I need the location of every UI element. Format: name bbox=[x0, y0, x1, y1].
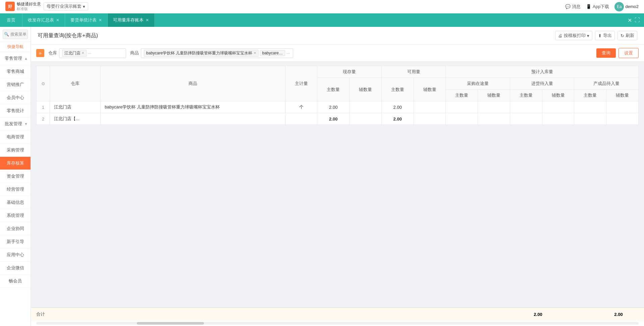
col-product-header: 商品 bbox=[100, 66, 285, 101]
sidebar-item-finance-mgmt[interactable]: 资金管理 bbox=[0, 170, 31, 183]
main-layout: 🔍 搜索菜单 快捷导航 零售管理 ▲ 零售商城 营销推广 会员中心 零售统计 批… bbox=[0, 27, 644, 326]
col-unit-header: 主计量 bbox=[285, 66, 317, 101]
sidebar-item-retail-mall[interactable]: 零售商城 bbox=[0, 65, 31, 78]
industry-label: 母婴行业演示账套 bbox=[47, 3, 82, 9]
warehouse-tag-text: 江北门店 bbox=[64, 50, 80, 56]
col-incoming-group-header: 预计入库量 bbox=[446, 66, 639, 78]
message-label: 消息 bbox=[572, 4, 581, 10]
row-2-warehouse: 江北门店【... bbox=[50, 113, 101, 125]
scrollbar-area bbox=[31, 321, 644, 326]
row-1-inbound-aux bbox=[542, 101, 574, 113]
tab-order-stats-close[interactable]: ✕ bbox=[99, 18, 102, 22]
col-inbound-aux-header: 辅数量 bbox=[542, 90, 574, 101]
top-bar: 好 畅捷通好生意 标准版 母婴行业演示账套 ▾ 💬 消息 📱 App下载 Ea … bbox=[0, 0, 644, 13]
sidebar-item-marketing[interactable]: 营销推广 bbox=[0, 78, 31, 91]
sidebar-item-retail-stats[interactable]: 零售统计 bbox=[0, 104, 31, 118]
row-1-inbound-main bbox=[510, 101, 542, 113]
warehouse-filter-more[interactable]: ··· bbox=[88, 51, 92, 56]
tab-home[interactable]: 首页 bbox=[0, 13, 22, 27]
message-action[interactable]: 💬 消息 bbox=[565, 4, 581, 10]
nav-close-all-icon[interactable]: ✕ bbox=[628, 17, 632, 24]
row-1-purchase-main bbox=[446, 101, 478, 113]
sidebar-item-enterprise-wechat[interactable]: 企业微信 bbox=[0, 262, 31, 275]
export-label: 导出 bbox=[603, 33, 612, 39]
row-1-num: 1 bbox=[37, 101, 50, 113]
print-button[interactable]: 🖨 按模板打印 ▾ bbox=[555, 31, 592, 40]
sidebar-item-wholesale-mgmt[interactable]: 批发管理 ▼ bbox=[0, 118, 31, 131]
query-button[interactable]: 查询 bbox=[596, 48, 616, 58]
refresh-icon: ↻ bbox=[621, 33, 624, 38]
sidebar-item-retail-mgmt[interactable]: 零售管理 ▲ bbox=[0, 52, 31, 65]
sidebar-item-system-mgmt-label: 系统管理 bbox=[3, 213, 28, 219]
table-footer: 合计 2.00 2.00 bbox=[31, 307, 644, 321]
product-tag-1-remove[interactable]: × bbox=[254, 51, 256, 55]
sidebar-item-enterprise-collab-label: 企业协同 bbox=[3, 226, 28, 232]
print-label: 按模板打印 bbox=[564, 33, 586, 39]
warehouse-tag-remove[interactable]: × bbox=[82, 51, 84, 55]
tab-order-stats[interactable]: 要货单统计表 ✕ bbox=[65, 13, 108, 27]
export-button[interactable]: ⬆ 导出 bbox=[595, 31, 615, 40]
sidebar-search: 🔍 搜索菜单 bbox=[0, 27, 31, 42]
nav-tab-actions: ✕ ⛶ bbox=[628, 17, 644, 24]
sidebar-item-retail-mgmt-label: 零售管理 bbox=[3, 55, 24, 61]
tab-order-stats-label: 要货单统计表 bbox=[70, 17, 97, 23]
sidebar-item-member-center[interactable]: 会员中心 bbox=[0, 91, 31, 104]
refresh-label: 刷新 bbox=[626, 33, 634, 39]
row-2-purchase-aux bbox=[478, 113, 510, 125]
warehouse-tag: 江北门店 × bbox=[62, 50, 87, 57]
product-filter-group: 商品 babycare学饮杯 儿童防摔防撞吸管杯重力球吸嘴杯宝宝水杯 × bab… bbox=[130, 48, 293, 58]
sidebar-item-app-center[interactable]: 应用中心 bbox=[0, 248, 31, 262]
tab-receipt-summary-label: 收发存汇总表 bbox=[28, 17, 54, 23]
row-1-avail-main: 2.00 bbox=[381, 101, 414, 113]
horizontal-scrollbar[interactable] bbox=[36, 322, 639, 325]
col-avail-main-header: 主数量 bbox=[381, 78, 414, 101]
search-icon: 🔍 bbox=[4, 32, 9, 37]
product-tag-1: babycare学饮杯 儿童防摔防撞吸管杯重力球吸嘴杯宝宝水杯 × bbox=[144, 50, 259, 57]
user-info[interactable]: Ea demo2 bbox=[614, 2, 639, 11]
industry-selector[interactable]: 母婴行业演示账套 ▾ bbox=[44, 2, 88, 10]
col-inbound-main-header: 主数量 bbox=[510, 90, 542, 101]
tab-receipt-summary[interactable]: 收发存汇总表 ✕ bbox=[22, 13, 65, 27]
tab-receipt-summary-close[interactable]: ✕ bbox=[56, 18, 59, 22]
sidebar-item-inventory-check-label: 库存核算 bbox=[3, 160, 28, 166]
sidebar-item-purchase-mgmt[interactable]: 采购管理 bbox=[0, 144, 31, 157]
scrollbar-thumb[interactable] bbox=[137, 322, 204, 325]
footer-stock-main: 2.00 bbox=[518, 312, 558, 317]
warehouse-filter-label: 仓库 bbox=[48, 50, 57, 56]
product-filter-more[interactable]: ··· bbox=[286, 51, 290, 56]
warehouse-filter-group: 仓库 江北门店 × ··· bbox=[48, 48, 126, 58]
tab-available-stock[interactable]: 可用量库存账本 ✕ bbox=[108, 13, 155, 27]
sidebar-item-ecommerce-mgmt[interactable]: 电商管理 bbox=[0, 131, 31, 144]
sidebar-item-basic-info[interactable]: 基础信息 bbox=[0, 196, 31, 209]
col-product-main-header: 主数量 bbox=[574, 90, 606, 101]
sidebar-item-operation-mgmt[interactable]: 经营管理 bbox=[0, 183, 31, 196]
quick-nav-button[interactable]: 快捷导航 bbox=[0, 42, 31, 52]
row-2-product-aux bbox=[606, 113, 639, 125]
column-settings-icon[interactable]: ⚙ bbox=[41, 81, 45, 86]
settings-button[interactable]: 设置 bbox=[619, 48, 639, 58]
row-2-unit bbox=[285, 113, 317, 125]
product-tag-container[interactable]: babycare学饮杯 儿童防摔防撞吸管杯重力球吸嘴杯宝宝水杯 × babyca… bbox=[141, 48, 293, 58]
export-icon: ⬆ bbox=[598, 33, 602, 38]
logo-text-container: 畅捷通好生意 标准版 bbox=[17, 2, 41, 11]
sidebar-item-new-guide[interactable]: 新手引导 bbox=[0, 235, 31, 248]
row-1-product: babycare学饮杯 儿童防摔防撞吸管杯重力球吸嘴杯宝宝水杯 bbox=[100, 101, 285, 113]
footer-avail-main: 2.00 bbox=[598, 312, 639, 317]
sidebar-item-inventory-check[interactable]: 库存核算 bbox=[0, 157, 31, 170]
nav-expand-icon[interactable]: ⛶ bbox=[635, 17, 640, 23]
page-header: 可用量查询(按仓库+商品) 🖨 按模板打印 ▾ ⬆ 导出 ↻ 刷新 bbox=[31, 27, 644, 45]
username: demo2 bbox=[625, 4, 639, 9]
page-title: 可用量查询(按仓库+商品) bbox=[38, 32, 98, 39]
sidebar-item-member-vip[interactable]: 畅会员 bbox=[0, 275, 31, 288]
filter-toggle-button[interactable]: » bbox=[36, 49, 44, 57]
search-button[interactable]: 🔍 搜索菜单 bbox=[3, 30, 28, 39]
nav-tabs: 首页 收发存汇总表 ✕ 要货单统计表 ✕ 可用量库存账本 ✕ ✕ ⛶ bbox=[0, 13, 644, 27]
tab-available-stock-close[interactable]: ✕ bbox=[146, 18, 149, 22]
table-row: 2 江北门店【... 2.00 2.00 bbox=[37, 113, 639, 125]
sidebar-item-system-mgmt[interactable]: 系统管理 bbox=[0, 209, 31, 222]
warehouse-tag-container[interactable]: 江北门店 × ··· bbox=[59, 48, 126, 58]
refresh-button[interactable]: ↻ 刷新 bbox=[618, 31, 637, 40]
sidebar-item-enterprise-collab[interactable]: 企业协同 bbox=[0, 222, 31, 235]
app-download-action[interactable]: 📱 App下载 bbox=[586, 4, 609, 10]
sidebar-item-purchase-mgmt-label: 采购管理 bbox=[3, 147, 28, 153]
